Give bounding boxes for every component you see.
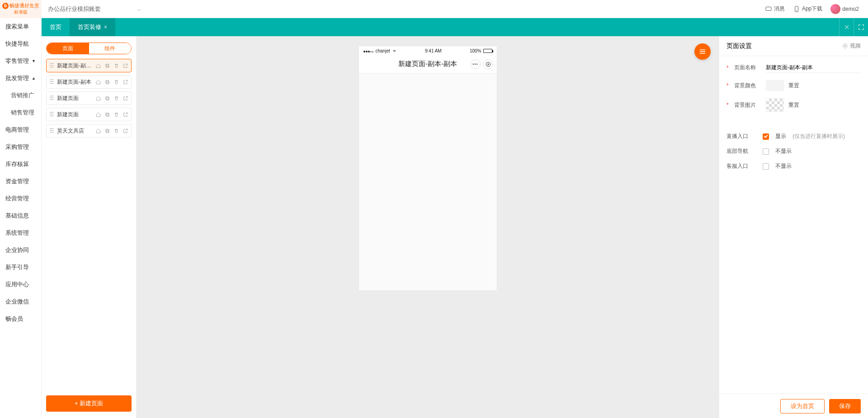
bg-color-reset[interactable]: 重置 <box>788 82 799 90</box>
page-list-item[interactable]: ☰昊天文具店 <box>46 124 132 138</box>
phone-preview: chanjet 9:41 AM 100% 新建页面-副本-副本 <box>359 46 497 290</box>
sidebar-item[interactable]: 企业微信 <box>0 293 41 310</box>
tab-bar: 首页 首页装修 × <box>42 18 868 36</box>
message-icon <box>765 5 772 13</box>
service-label: 不显示 <box>775 162 792 170</box>
sidebar-item[interactable]: 采购管理 <box>0 138 41 156</box>
bg-color-swatch[interactable] <box>766 80 784 91</box>
new-page-button[interactable]: + 新建页面 <box>46 395 132 412</box>
delete-icon[interactable] <box>113 111 119 118</box>
logo: b畅捷通好生意 标准版 <box>0 0 42 18</box>
page-list-item[interactable]: ☰新建页面 <box>46 108 132 121</box>
tab-decorate[interactable]: 首页装修 × <box>70 18 115 36</box>
sidebar-item[interactable]: 系统管理 <box>0 224 41 242</box>
miniapp-close-icon[interactable] <box>483 59 493 69</box>
sidebar-item[interactable]: 库存核算 <box>0 156 41 173</box>
drag-handle-icon[interactable]: ☰ <box>49 95 54 101</box>
home-icon[interactable] <box>95 79 101 85</box>
field-service-entry: 客服入口 不显示 <box>726 162 861 170</box>
copy-icon[interactable] <box>104 95 110 101</box>
battery-pct: 100% <box>470 48 481 53</box>
fullscreen-button[interactable] <box>854 18 868 36</box>
sidebar-item[interactable]: 资金管理 <box>0 173 41 190</box>
app-download-label: App下载 <box>802 5 822 13</box>
sidebar-item[interactable]: 新手引导 <box>0 259 41 276</box>
copy-icon[interactable] <box>104 111 110 118</box>
copy-icon[interactable] <box>104 62 110 69</box>
delete-icon[interactable] <box>113 79 119 85</box>
bg-image-reset[interactable]: 重置 <box>788 101 799 109</box>
field-bg-img: *背景图片 重置 <box>726 98 861 112</box>
live-hint: (仅当进行直播时展示) <box>793 133 845 140</box>
close-icon[interactable]: × <box>104 24 107 30</box>
home-icon[interactable] <box>95 62 101 69</box>
sidebar-item[interactable]: 营销推广 <box>0 87 41 104</box>
live-show-checkbox[interactable] <box>763 133 769 140</box>
svg-rect-9 <box>105 113 108 115</box>
svg-rect-11 <box>105 129 108 132</box>
sidebar-item[interactable]: 畅会员 <box>0 310 41 328</box>
sidebar-item[interactable]: 基础信息 <box>0 207 41 224</box>
sidebar-item[interactable]: 经营管理 <box>0 190 41 207</box>
bottom-nav-checkbox[interactable] <box>763 148 769 155</box>
drag-handle-icon[interactable]: ☰ <box>49 111 54 118</box>
account-selector[interactable]: 办公品行业模拟账套 <box>48 5 142 13</box>
field-live-entry: 直播入口 显示 (仅当进行直播时展示) <box>726 133 861 140</box>
page-list-item[interactable]: ☰新建页面-副本... <box>46 59 132 72</box>
sidebar-item[interactable]: 应用中心 <box>0 276 41 293</box>
copy-icon[interactable] <box>104 79 110 85</box>
seg-components[interactable]: 组件 <box>89 43 132 54</box>
sidebar-item[interactable]: 批发管理▲ <box>0 70 41 87</box>
user-menu[interactable]: demo2 <box>830 4 859 14</box>
drag-handle-icon[interactable]: ☰ <box>49 62 54 69</box>
share-icon[interactable] <box>122 95 128 101</box>
tab-home[interactable]: 首页 <box>42 18 70 36</box>
page-name-input[interactable] <box>766 62 861 73</box>
sidebar-item[interactable]: 零售管理▼ <box>0 52 41 70</box>
share-icon[interactable] <box>122 128 128 134</box>
floating-menu-button[interactable] <box>694 43 711 60</box>
share-icon[interactable] <box>122 79 128 85</box>
delete-icon[interactable] <box>113 95 119 101</box>
page-component-toggle: 页面 组件 <box>46 43 132 54</box>
svg-rect-0 <box>766 7 771 10</box>
messages-label: 消息 <box>774 5 785 13</box>
share-icon[interactable] <box>122 111 128 118</box>
home-icon[interactable] <box>95 95 101 101</box>
drag-handle-icon[interactable]: ☰ <box>49 79 54 85</box>
page-list-item[interactable]: ☰新建页面-副本 <box>46 75 132 89</box>
sidebar-item[interactable]: 快捷导航 <box>0 35 41 52</box>
svg-rect-5 <box>105 80 108 83</box>
delete-icon[interactable] <box>113 128 119 134</box>
service-checkbox[interactable] <box>763 163 769 170</box>
seg-pages[interactable]: 页面 <box>47 43 89 54</box>
sidebar-item[interactable]: 销售管理 <box>0 104 41 121</box>
copy-icon[interactable] <box>104 128 110 134</box>
video-help-link[interactable]: 视频 <box>842 42 861 50</box>
close-all-button[interactable] <box>839 18 854 36</box>
svg-point-13 <box>487 63 489 65</box>
app-download-button[interactable]: App下载 <box>793 5 822 13</box>
settings-panel: 页面设置 视频 *页面名称 *背景颜色 重置 <box>719 36 868 418</box>
save-button[interactable]: 保存 <box>829 399 861 413</box>
bg-image-picker[interactable] <box>766 98 784 112</box>
sidebar-item[interactable]: 电商管理 <box>0 121 41 138</box>
messages-button[interactable]: 消息 <box>765 5 785 13</box>
miniapp-menu-icon[interactable] <box>471 59 481 69</box>
sidebar-item[interactable]: 企业协同 <box>0 242 41 259</box>
delete-icon[interactable] <box>113 62 119 69</box>
home-icon[interactable] <box>95 128 101 134</box>
svg-rect-6 <box>106 97 109 100</box>
sidebar-item[interactable]: 搜索菜单 <box>0 18 41 35</box>
set-home-button[interactable]: 设为首页 <box>780 399 825 413</box>
logo-subtitle: 标准版 <box>14 9 28 15</box>
phone-page-title: 新建页面-副本-副本 <box>398 60 457 68</box>
svg-rect-4 <box>106 81 109 84</box>
share-icon[interactable] <box>122 62 128 69</box>
phone-time: 9:41 AM <box>425 48 442 53</box>
home-icon[interactable] <box>95 111 101 118</box>
sidebar: 搜索菜单快捷导航零售管理▼批发管理▲营销推广销售管理电商管理采购管理库存核算资金… <box>0 18 42 418</box>
svg-rect-3 <box>105 64 108 66</box>
page-list-item[interactable]: ☰新建页面 <box>46 91 132 105</box>
drag-handle-icon[interactable]: ☰ <box>49 128 54 134</box>
